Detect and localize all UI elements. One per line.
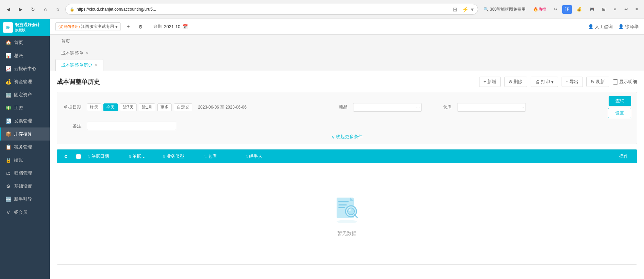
tab-cost-adjust-history[interactable]: 成本调整单历史✕ bbox=[55, 59, 103, 71]
tab-cost-adjust[interactable]: 成本调整单✕ bbox=[55, 47, 103, 59]
address-bar[interactable]: 🔒 https://cloud.chanjet.com/accounting/u… bbox=[65, 4, 478, 15]
warehouse-select-wrap[interactable] bbox=[457, 103, 526, 112]
scissors-btn[interactable]: ✂ bbox=[551, 5, 560, 13]
tab-container: 首页成本调整单✕成本调整单历史✕ bbox=[55, 35, 104, 71]
wallet-btn[interactable]: 💰 bbox=[574, 5, 585, 13]
menu-btn[interactable]: ≡ bbox=[633, 5, 641, 13]
svg-line-8 bbox=[354, 215, 357, 217]
sidebar-item-reports[interactable]: 📈云报表中心 bbox=[0, 62, 50, 75]
top-bar-left: (勿删勿禁用) 江西服宝测试专用 ▾ + ⚙ 账期 2021-10 📅 bbox=[55, 22, 588, 32]
date-quick-btn-更多[interactable]: 更多 bbox=[157, 103, 172, 111]
warehouse-input[interactable] bbox=[457, 103, 526, 112]
delete-btn[interactable]: ⊘ 删除 bbox=[504, 77, 527, 87]
sidebar-item-tax[interactable]: 📋税务管理 bbox=[0, 141, 50, 154]
back-button[interactable]: ◀ bbox=[3, 4, 13, 14]
company-selector[interactable]: (勿删勿禁用) 江西服宝测试专用 ▾ bbox=[55, 22, 121, 31]
logo-text: 畅捷通好会计 bbox=[15, 22, 40, 28]
refresh-button[interactable]: ↻ bbox=[28, 4, 38, 14]
display-toggle[interactable]: 显示明细 bbox=[613, 79, 637, 85]
headset-icon: 👤 bbox=[588, 24, 594, 29]
svg-point-0 bbox=[337, 220, 357, 223]
date-quick-btn-近7天[interactable]: 近7天 bbox=[120, 103, 137, 111]
sidebar-item-archive[interactable]: 🗂归档管理 bbox=[0, 167, 50, 180]
tab-home[interactable]: 首页 bbox=[55, 35, 103, 47]
sidebar-icon-settings: ⚙ bbox=[5, 183, 11, 189]
table-settings-icon[interactable]: ⚙ bbox=[60, 154, 72, 159]
select-all-checkbox[interactable] bbox=[76, 154, 81, 159]
new-btn[interactable]: + 新增 bbox=[479, 77, 501, 87]
sort-icon-biz: ⇅ bbox=[163, 155, 166, 158]
accounting-period: 账期 2021-10 📅 bbox=[154, 24, 188, 30]
sidebar-label-home: 首页 bbox=[14, 40, 23, 46]
collapse-btn[interactable]: ∧ 收起更多条件 bbox=[331, 134, 363, 140]
goods-select-wrap[interactable] bbox=[353, 103, 422, 112]
query-btn[interactable]: 查询 bbox=[609, 96, 631, 106]
table-col-warehouse[interactable]: ⇅ 仓库 bbox=[201, 153, 242, 159]
date-quick-btn-自定义[interactable]: 自定义 bbox=[174, 103, 192, 111]
print-btn[interactable]: 🖨 🖨 打印 打印 ▾ bbox=[531, 77, 558, 87]
goods-input[interactable] bbox=[353, 103, 422, 112]
user-name: 徐泽华 bbox=[625, 24, 639, 30]
sidebar-item-ledger[interactable]: 📊总账 bbox=[0, 49, 50, 62]
sidebar-item-inventory[interactable]: 📦库存核算 bbox=[0, 127, 50, 141]
top-bar: (勿删勿禁用) 江西服宝测试专用 ▾ + ⚙ 账期 2021-10 📅 👤 人工… bbox=[50, 19, 644, 35]
table-select-all[interactable] bbox=[72, 154, 84, 159]
sidebar-icon-membership: V bbox=[5, 210, 11, 215]
date-quick-btn-昨天[interactable]: 昨天 bbox=[87, 103, 101, 111]
tab-label-cost-adjust: 成本调整单 bbox=[61, 51, 83, 56]
page-title: 成本调整单历史 bbox=[57, 78, 100, 86]
date-quick-btn-今天[interactable]: 今天 bbox=[103, 103, 118, 111]
print-icon: 🖨 bbox=[535, 79, 540, 85]
translate-btn[interactable]: 译 bbox=[562, 5, 572, 14]
game-btn[interactable]: 🎮 bbox=[587, 5, 597, 13]
display-toggle-checkbox[interactable] bbox=[613, 79, 618, 85]
sidebar-item-guide[interactable]: 🆕新手引导 bbox=[0, 193, 50, 206]
sidebar-icon-archive: 🗂 bbox=[5, 170, 11, 176]
export-btn[interactable]: ↑ 导出 bbox=[562, 77, 583, 87]
add-tab-btn[interactable]: + bbox=[123, 22, 133, 32]
svg-point-7 bbox=[349, 209, 351, 211]
home-button[interactable]: ⌂ bbox=[41, 4, 50, 14]
sidebar: 好 畅捷通好会计 旗舰版 🏠首页📊总账📈云报表中心💰资金管理🏢固定资产💵工资🧾发… bbox=[0, 19, 50, 279]
undo-btn[interactable]: ↩ bbox=[622, 5, 631, 13]
tab-close-cost-adjust-history[interactable]: ✕ bbox=[94, 63, 98, 67]
sidebar-icon-ledger: 📊 bbox=[5, 53, 11, 58]
hot-search-btn[interactable]: 🔥热搜 bbox=[530, 5, 549, 14]
sidebar-item-home[interactable]: 🏠首页 bbox=[0, 36, 50, 49]
sidebar-icon-tax: 📋 bbox=[5, 144, 11, 150]
table-col-voucher[interactable]: ⇅ 单据… bbox=[126, 153, 160, 159]
empty-state: 暂无数据 bbox=[57, 163, 637, 264]
sidebar-item-closing[interactable]: 🔒结账 bbox=[0, 154, 50, 167]
svg-point-6 bbox=[348, 208, 354, 215]
sidebar-item-invoice[interactable]: 🧾发票管理 bbox=[0, 114, 50, 127]
table-col-manager[interactable]: ⇅ 经手人 bbox=[242, 153, 284, 159]
table-col-date[interactable]: ⇅ 单据日期 bbox=[84, 153, 126, 159]
user-avatar-icon: 👤 bbox=[618, 24, 624, 29]
sidebar-label-closing: 结账 bbox=[14, 157, 23, 163]
sidebar-item-salary[interactable]: 💵工资 bbox=[0, 101, 50, 114]
sidebar-item-membership[interactable]: V畅会员 bbox=[0, 206, 50, 219]
consult-btn[interactable]: 👤 人工咨询 bbox=[588, 24, 613, 30]
sidebar-item-settings[interactable]: ⚙基础设置 bbox=[0, 180, 50, 193]
refresh-btn[interactable]: ↻ 刷新 bbox=[586, 77, 609, 87]
page-area: 成本调整单历史 + 新增 ⊘ 删除 🖨 🖨 打印 打印 ▾ ↑ 导出 bbox=[50, 71, 644, 279]
grid-apps-btn[interactable]: ⊞ bbox=[599, 5, 608, 13]
svg-rect-4 bbox=[338, 207, 345, 208]
settings-shortcut-btn[interactable]: ⚙ bbox=[136, 22, 145, 32]
sidebar-item-fixed-assets[interactable]: 🏢固定资产 bbox=[0, 88, 50, 101]
remark-input[interactable] bbox=[87, 122, 176, 130]
table-col-business-type[interactable]: ⇅ 业务类型 bbox=[160, 153, 201, 159]
star-button[interactable]: ☆ bbox=[53, 4, 63, 14]
set-btn[interactable]: 设置 bbox=[608, 108, 631, 118]
sort-icon-wh: ⇅ bbox=[204, 155, 207, 158]
date-quick-btn-近1月[interactable]: 近1月 bbox=[139, 103, 156, 111]
forward-button[interactable]: ▶ bbox=[16, 4, 25, 14]
sidebar-logo: 好 畅捷通好会计 旗舰版 bbox=[0, 19, 50, 36]
sort-icon-mgr: ⇅ bbox=[245, 155, 248, 158]
user-menu[interactable]: 👤 徐泽华 bbox=[618, 24, 639, 30]
search-tool[interactable]: 🔍 360智能抠图免费用 bbox=[481, 5, 528, 14]
brightness-btn[interactable]: ☀ bbox=[610, 5, 620, 13]
sidebar-item-funds[interactable]: 💰资金管理 bbox=[0, 75, 50, 88]
tab-close-cost-adjust[interactable]: ✕ bbox=[86, 51, 89, 55]
sidebar-icon-fixed-assets: 🏢 bbox=[5, 92, 11, 98]
